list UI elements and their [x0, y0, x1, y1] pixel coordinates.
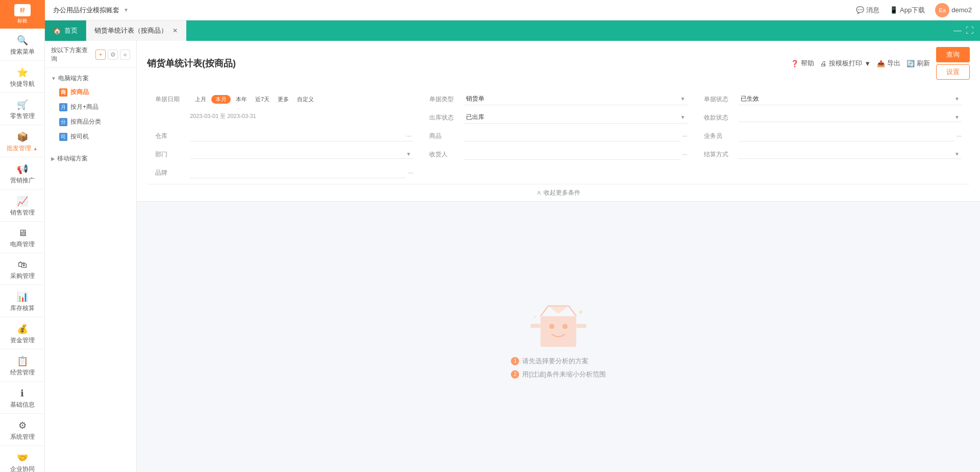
- tab-maximize-button[interactable]: ⛶: [966, 26, 974, 35]
- date-btn-more[interactable]: 更多: [275, 95, 292, 104]
- tab-bar-actions: — ⛶: [947, 20, 980, 41]
- avatar: Ea: [935, 3, 949, 17]
- date-quick-buttons: 上月 本月 本年 近7天 更多 自定义: [192, 95, 317, 104]
- sidebar-item-system[interactable]: ⚙ 系统管理: [0, 414, 44, 446]
- sidebar-item-retail[interactable]: 🛒 零售管理: [0, 93, 44, 125]
- receiver-input[interactable]: [464, 149, 680, 160]
- system-icon: ⚙: [2, 420, 42, 431]
- scheme-category-icon: 分: [59, 118, 67, 126]
- date-btn-this-year[interactable]: 本年: [233, 95, 250, 104]
- warehouse-dots: ···: [406, 132, 411, 139]
- main-content: 销货单统计表(按商品) ❓ 帮助 🖨 按模板打印 ▼ 📤: [137, 41, 980, 472]
- filter-department: 部门 ▼: [147, 145, 421, 163]
- logo-text: 标账: [17, 17, 28, 25]
- department-dropdown[interactable]: ▼: [190, 150, 413, 159]
- brand-dots[interactable]: ···: [408, 169, 413, 176]
- query-button[interactable]: 查询: [936, 47, 970, 62]
- print-dropdown-icon: ▼: [864, 60, 871, 67]
- scheme-by-driver[interactable]: 司 按司机: [45, 129, 136, 144]
- help-button[interactable]: ❓ 帮助: [791, 59, 814, 68]
- product-input[interactable]: [464, 131, 680, 141]
- sidebar-item-marketing[interactable]: 📢 营销推广: [0, 157, 44, 190]
- sidebar-item-basic-info[interactable]: ℹ 基础信息: [0, 382, 44, 414]
- out-status-arrow: ▼: [680, 114, 685, 120]
- doc-type-dropdown[interactable]: 销货单 ▼: [464, 93, 687, 105]
- sidebar: 好 标账 🔍 搜索菜单 ⭐ 快捷导航 🛒 零售管理 📦 批发管理 ▲ 📢 营销推…: [0, 0, 45, 472]
- purchase-icon: 🛍: [2, 259, 42, 270]
- svg-text:✦: ✦: [533, 314, 537, 320]
- add-scheme-button[interactable]: +: [95, 50, 106, 60]
- scheme-by-category[interactable]: 分 按商品分类: [45, 114, 136, 129]
- filter-receiver: 收货人 ···: [421, 145, 695, 163]
- receiver-dots[interactable]: ···: [682, 151, 688, 158]
- empty-state: ✦ ✦ 1 请先选择要分析的方案 2 用[过滤]条件来缩小分析范围: [137, 202, 980, 472]
- sidebar-item-purchase[interactable]: 🛍 采购管理: [0, 253, 44, 285]
- tab-home[interactable]: 🏠 首页: [45, 20, 86, 41]
- header-dropdown-arrow[interactable]: ▼: [124, 7, 129, 13]
- filter-warehouse: 仓库 ···: [147, 127, 421, 145]
- empty-hint-2: 2 用[过滤]条件来缩小分析范围: [511, 368, 605, 381]
- export-button[interactable]: 📤 导出: [877, 59, 900, 68]
- collapse-scheme-button[interactable]: «: [120, 50, 130, 60]
- mobile-scheme-section-header[interactable]: ▶ 移动端方案: [45, 152, 136, 165]
- sidebar-item-ecommerce[interactable]: 🖥 电商管理: [0, 222, 44, 253]
- tab-report[interactable]: 销货单统计表（按商品） ✕: [86, 20, 186, 41]
- tab-bar: 🏠 首页 销货单统计表（按商品） ✕ — ⛶: [45, 20, 980, 41]
- filter-date-range-row: 2023-03-01 至 2023-03-31: [147, 108, 421, 127]
- product-dots[interactable]: ···: [682, 132, 688, 139]
- date-btn-7days[interactable]: 近7天: [252, 95, 273, 104]
- filter-product: 商品 ···: [421, 127, 695, 145]
- svg-rect-4: [576, 324, 586, 328]
- help-icon: ❓: [791, 60, 799, 67]
- sidebar-item-finance[interactable]: 💰 资金管理: [0, 317, 44, 349]
- sidebar-item-operations[interactable]: 📋 经营管理: [0, 349, 44, 382]
- sidebar-item-search[interactable]: 🔍 搜索菜单: [0, 29, 44, 61]
- date-btn-this-month[interactable]: 本月: [211, 95, 231, 104]
- top-header: 办公用品行业模拟账套 ▼ 💬 消息 📱 App下载 Ea demo2: [45, 0, 980, 20]
- scheme-driver-icon: 司: [59, 133, 67, 141]
- settings-scheme-button[interactable]: ⚙: [108, 50, 118, 60]
- sidebar-item-enterprise[interactable]: 🤝 企业协同: [0, 446, 44, 472]
- app-logo: 好 标账: [0, 0, 45, 29]
- warehouse-dropdown[interactable]: ···: [190, 131, 413, 141]
- scheme-by-product[interactable]: 商 按商品: [45, 85, 136, 100]
- user-menu[interactable]: Ea demo2: [935, 3, 972, 17]
- salesman-dots[interactable]: ···: [957, 132, 962, 139]
- filter-brand: 品牌 ···: [147, 163, 421, 182]
- scheme-panel: 按以下方案查询 + ⚙ « ▼ 电脑端方案 商 按商品 月 按月: [45, 41, 137, 472]
- star-icon: ⭐: [2, 67, 42, 78]
- app-download-button[interactable]: 📱 App下载: [890, 6, 925, 15]
- date-btn-last-month[interactable]: 上月: [192, 95, 209, 104]
- refresh-button[interactable]: 🔄 刷新: [906, 59, 930, 68]
- receipt-status-dropdown[interactable]: ▼: [739, 113, 962, 122]
- filter-doc-type: 单据类型 销货单 ▼: [421, 90, 695, 108]
- receipt-status-arrow: ▼: [954, 114, 960, 120]
- sidebar-item-sales[interactable]: 📈 销售管理: [0, 190, 44, 222]
- empty-hints: 1 请先选择要分析的方案 2 用[过滤]条件来缩小分析范围: [511, 355, 605, 381]
- home-icon: 🏠: [53, 27, 61, 35]
- sidebar-item-wholesale[interactable]: 📦 批发管理 ▲: [0, 125, 44, 157]
- marketing-icon: 📢: [2, 163, 42, 175]
- settings-button[interactable]: 设置: [936, 64, 970, 80]
- doc-status-dropdown[interactable]: 已生效 ▼: [739, 93, 962, 105]
- message-button[interactable]: 💬 消息: [856, 6, 879, 15]
- pc-scheme-section-header[interactable]: ▼ 电脑端方案: [45, 72, 136, 85]
- search-icon: 🔍: [2, 35, 42, 46]
- collapse-filter-button[interactable]: ∧ 收起更多条件: [147, 184, 970, 201]
- tab-close-button[interactable]: ✕: [173, 27, 178, 34]
- filter-date: 单据日期 上月 本月 本年 近7天 更多 自定义: [147, 90, 421, 108]
- date-btn-custom[interactable]: 自定义: [294, 95, 317, 104]
- sidebar-item-inventory[interactable]: 📊 库存核算: [0, 285, 44, 317]
- doc-status-arrow: ▼: [954, 96, 960, 102]
- download-icon: 📱: [890, 6, 898, 14]
- settlement-dropdown[interactable]: ▼: [739, 150, 962, 159]
- scheme-by-month-product[interactable]: 月 按月+商品: [45, 100, 136, 114]
- scheme-product-icon: 商: [59, 88, 67, 97]
- print-button[interactable]: 🖨 按模板打印 ▼: [820, 59, 871, 68]
- sidebar-item-quick-nav[interactable]: ⭐ 快捷导航: [0, 61, 44, 93]
- svg-text:✦: ✦: [578, 308, 584, 316]
- salesman-input[interactable]: [739, 131, 954, 141]
- brand-input[interactable]: [190, 168, 406, 178]
- out-status-dropdown[interactable]: 已出库 ▼: [464, 111, 687, 124]
- tab-minimize-button[interactable]: —: [953, 26, 962, 35]
